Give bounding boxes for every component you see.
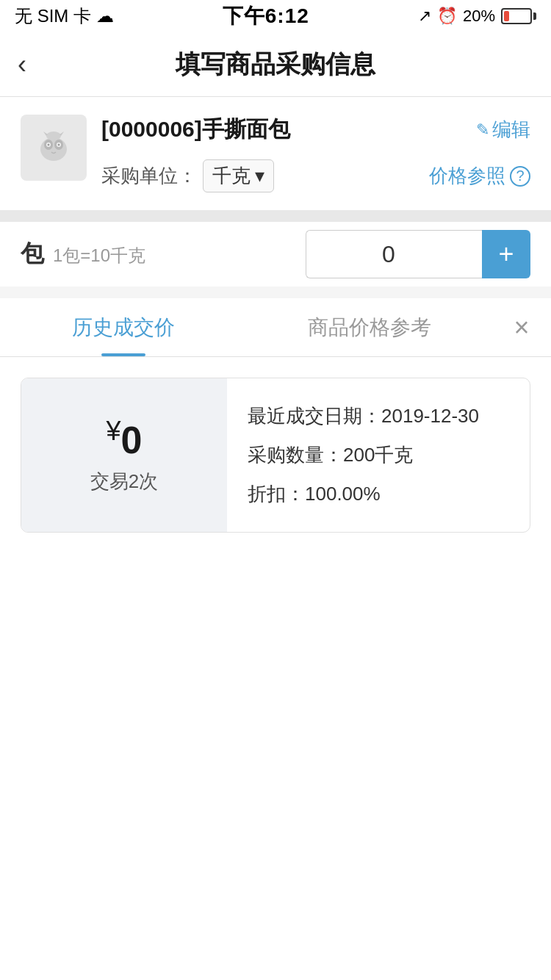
edit-icon: ✎: [476, 120, 489, 140]
last-trade-date-row: 最近成交日期：2019-12-30: [248, 402, 509, 430]
sim-status: 无 SIM 卡 ☁: [15, 4, 114, 28]
product-name-row: [0000006]手撕面包 ✎ 编辑: [101, 115, 530, 145]
nav-bar: ‹ 填写商品采购信息: [0, 32, 551, 97]
quantity-input-wrap: +: [306, 230, 530, 278]
unit-label: 采购单位：: [101, 163, 197, 189]
location-icon: ↗: [418, 7, 431, 26]
quantity-unit-label: 包: [21, 238, 44, 270]
quantity-label-wrap: 包 1包=10千克: [21, 238, 145, 270]
history-card: ¥0 交易2次 最近成交日期：2019-12-30 采购数量：200千克 折扣：…: [21, 378, 530, 533]
tab-history-label: 历史成交价: [72, 314, 175, 342]
status-bar: 无 SIM 卡 ☁ 下午6:12 ↗ ⏰ 20%: [0, 0, 551, 32]
tab-price-reference[interactable]: 商品价格参考: [246, 298, 492, 356]
card-price-value: ¥0: [107, 416, 143, 462]
last-trade-date-label: 最近成交日期：: [248, 405, 381, 427]
tab-header: 历史成交价 商品价格参考 ×: [0, 298, 551, 357]
alarm-icon: ⏰: [437, 7, 457, 26]
product-info: [0000006]手撕面包 ✎ 编辑 采购单位： 千克 ▾ 价格参照 ?: [101, 115, 530, 192]
unit-value: 千克: [212, 163, 251, 189]
quantity-conversion-note: 1包=10千克: [53, 244, 145, 267]
product-name: [0000006]手撕面包: [101, 115, 290, 145]
svg-point-6: [58, 144, 60, 146]
price-reference-button[interactable]: 价格参照 ?: [429, 163, 530, 189]
edit-label: 编辑: [492, 117, 530, 143]
product-header: [0000006]手撕面包 ✎ 编辑 采购单位： 千克 ▾ 价格参照 ?: [21, 115, 530, 192]
product-section: [0000006]手撕面包 ✎ 编辑 采购单位： 千克 ▾ 价格参照 ?: [0, 97, 551, 210]
purchase-quantity-row: 采购数量：200千克: [248, 441, 509, 469]
price-number: 0: [121, 419, 143, 462]
tab-price-ref-label: 商品价格参考: [308, 314, 431, 342]
discount-label: 折扣：: [248, 483, 305, 505]
product-thumbnail: [21, 115, 87, 181]
svg-point-0: [40, 137, 67, 161]
product-unit-row: 采购单位： 千克 ▾ 价格参照 ?: [101, 159, 530, 192]
tab-panel: 历史成交价 商品价格参考 × ¥0 交易2次 最近成交日期：2019-12-30…: [0, 298, 551, 553]
quantity-input[interactable]: [306, 230, 482, 278]
battery-icon: [501, 8, 536, 24]
purchase-quantity-value: 200千克: [343, 444, 413, 466]
history-content: ¥0 交易2次 最近成交日期：2019-12-30 采购数量：200千克 折扣：…: [0, 357, 551, 553]
tab-close-button[interactable]: ×: [492, 312, 551, 343]
page-rest: [0, 553, 551, 980]
svg-point-7: [46, 131, 61, 140]
section-divider: [0, 210, 551, 222]
tab-history-price[interactable]: 历史成交价: [0, 298, 246, 356]
card-price-section: ¥0 交易2次: [21, 378, 227, 532]
unit-select-dropdown[interactable]: 千克 ▾: [203, 159, 274, 192]
discount-value: 100.00%: [305, 483, 381, 505]
page-title: 填写商品采购信息: [176, 48, 375, 82]
close-icon: ×: [514, 312, 529, 343]
quantity-plus-button[interactable]: +: [482, 230, 530, 278]
battery-percent: 20%: [463, 7, 495, 26]
purchase-quantity-label: 采购数量：: [248, 444, 343, 466]
status-right: ↗ ⏰ 20%: [418, 7, 536, 26]
price-ref-label: 价格参照: [429, 163, 505, 189]
currency-symbol: ¥: [107, 416, 121, 446]
edit-button[interactable]: ✎ 编辑: [476, 117, 530, 143]
last-trade-date-value: 2019-12-30: [381, 405, 479, 427]
discount-row: 折扣：100.00%: [248, 480, 509, 508]
back-button[interactable]: ‹: [18, 49, 26, 80]
info-icon: ?: [510, 166, 530, 187]
quantity-section: 包 1包=10千克 +: [0, 222, 551, 287]
trade-count: 交易2次: [90, 469, 158, 494]
dropdown-arrow-icon: ▾: [255, 165, 264, 187]
status-left: 无 SIM 卡 ☁: [15, 4, 114, 28]
plus-icon: +: [498, 239, 514, 270]
card-detail-section: 最近成交日期：2019-12-30 采购数量：200千克 折扣：100.00%: [227, 378, 530, 532]
svg-point-5: [48, 144, 50, 146]
status-time: 下午6:12: [223, 2, 309, 30]
product-image-icon: [32, 126, 76, 170]
